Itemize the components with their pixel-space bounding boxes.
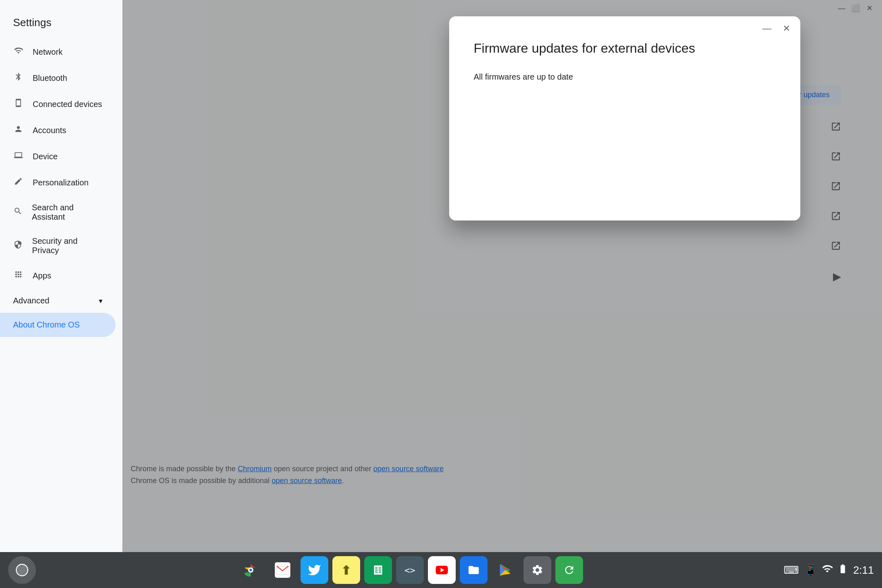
sidebar-item-search-assistant[interactable]: Search and Assistant bbox=[0, 196, 116, 229]
taskbar-app-caret[interactable]: <> bbox=[396, 556, 424, 584]
sidebar-item-about-label: About Chrome OS bbox=[13, 320, 80, 330]
sidebar-item-device[interactable]: Device bbox=[0, 143, 116, 169]
sidebar-item-accounts[interactable]: Accounts bbox=[0, 117, 116, 143]
taskbar-app-sheets[interactable] bbox=[364, 556, 392, 584]
taskbar-left bbox=[8, 556, 36, 584]
wifi-tray-icon[interactable] bbox=[822, 564, 833, 577]
sidebar-item-connected-devices-label: Connected devices bbox=[33, 100, 102, 109]
apps-icon bbox=[13, 270, 24, 281]
sidebar-item-accounts-label: Accounts bbox=[33, 126, 66, 135]
launcher-btn[interactable] bbox=[8, 556, 36, 584]
laptop-icon bbox=[13, 151, 24, 162]
taskbar: <> ⌨ 📱 bbox=[0, 552, 882, 588]
svg-rect-10 bbox=[379, 572, 381, 573]
bluetooth-icon bbox=[13, 72, 24, 84]
sidebar-item-network-label: Network bbox=[33, 47, 62, 57]
taskbar-app-keep[interactable] bbox=[332, 556, 360, 584]
person-icon bbox=[13, 125, 24, 136]
taskbar-time[interactable]: 2:11 bbox=[853, 564, 874, 577]
edit-icon bbox=[13, 177, 24, 188]
modal-title: Firmware updates for external devices bbox=[474, 41, 776, 56]
wifi-icon bbox=[13, 46, 24, 58]
sidebar-item-apps-label: Apps bbox=[33, 271, 51, 281]
firmware-status-text: All firmwares are up to date bbox=[474, 72, 776, 82]
sidebar-item-personalization[interactable]: Personalization bbox=[0, 169, 116, 196]
taskbar-app-gmail[interactable] bbox=[269, 556, 296, 584]
sidebar-item-connected-devices[interactable]: Connected devices bbox=[0, 91, 116, 117]
taskbar-app-settings[interactable] bbox=[523, 556, 551, 584]
sidebar-item-apps[interactable]: Apps bbox=[0, 263, 116, 289]
sidebar-item-device-label: Device bbox=[33, 152, 58, 161]
svg-rect-5 bbox=[375, 568, 377, 569]
svg-rect-7 bbox=[375, 570, 377, 571]
content-area: for updates bbox=[122, 0, 882, 552]
sidebar: Settings Network Bluetooth Connected dev… bbox=[0, 0, 122, 552]
svg-point-0 bbox=[16, 564, 28, 576]
sidebar-item-bluetooth-label: Bluetooth bbox=[33, 74, 67, 83]
sidebar-advanced-label: Advanced bbox=[13, 296, 49, 305]
sidebar-item-search-label: Search and Assistant bbox=[32, 203, 102, 222]
shield-icon bbox=[13, 240, 23, 252]
sidebar-item-bluetooth[interactable]: Bluetooth bbox=[0, 65, 116, 91]
modal-minimize-btn[interactable]: — bbox=[761, 23, 773, 34]
svg-rect-8 bbox=[379, 570, 381, 571]
sidebar-item-security-label: Security and Privacy bbox=[32, 236, 102, 255]
search-icon bbox=[13, 207, 23, 218]
taskbar-app-files[interactable] bbox=[460, 556, 488, 584]
svg-rect-6 bbox=[379, 568, 381, 569]
chevron-down-icon: ▾ bbox=[99, 296, 102, 305]
taskbar-app-play[interactable] bbox=[492, 556, 519, 584]
mobile-data-icon[interactable]: 📱 bbox=[804, 564, 817, 577]
modal-body: All firmwares are up to date bbox=[474, 72, 776, 82]
keyboard-tray-icon[interactable]: ⌨ bbox=[784, 564, 799, 577]
modal-overlay: — ✕ Firmware updates for external device… bbox=[122, 0, 882, 552]
sidebar-item-network[interactable]: Network bbox=[0, 39, 116, 65]
taskbar-app-chromeos[interactable] bbox=[555, 556, 583, 584]
sidebar-title: Settings bbox=[0, 8, 122, 39]
sidebar-item-personalization-label: Personalization bbox=[33, 178, 89, 187]
svg-rect-9 bbox=[375, 572, 377, 573]
sidebar-item-about-chrome-os[interactable]: About Chrome OS bbox=[0, 313, 116, 337]
phone-android-icon bbox=[13, 98, 24, 110]
modal-titlebar: — ✕ bbox=[761, 23, 792, 34]
modal-close-btn[interactable]: ✕ bbox=[781, 23, 792, 34]
taskbar-app-twitter[interactable] bbox=[301, 556, 328, 584]
battery-icon bbox=[837, 564, 848, 577]
sidebar-item-security-privacy[interactable]: Security and Privacy bbox=[0, 229, 116, 263]
firmware-modal: — ✕ Firmware updates for external device… bbox=[449, 16, 800, 220]
taskbar-right: ⌨ 📱 2:11 bbox=[784, 564, 874, 577]
sidebar-advanced[interactable]: Advanced ▾ bbox=[0, 289, 116, 313]
taskbar-apps: <> bbox=[237, 556, 583, 584]
taskbar-app-youtube[interactable] bbox=[428, 556, 456, 584]
main-window: Settings Network Bluetooth Connected dev… bbox=[0, 0, 882, 552]
taskbar-app-chrome[interactable] bbox=[237, 556, 265, 584]
